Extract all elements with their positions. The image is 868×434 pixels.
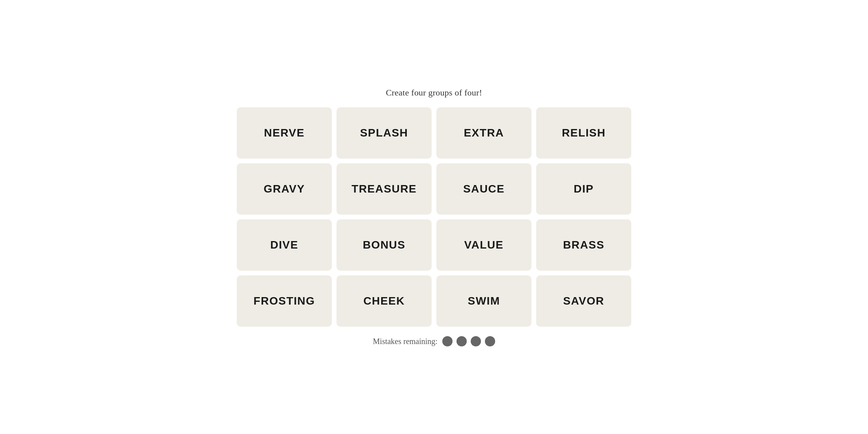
word-label-bonus: BONUS [363,239,405,251]
word-card-frosting[interactable]: FROSTING [237,275,332,327]
word-card-sauce[interactable]: SAUCE [436,163,531,215]
word-label-splash: SPLASH [360,127,408,139]
word-label-dip: DIP [574,183,594,195]
word-card-swim[interactable]: SWIM [436,275,531,327]
mistake-dot-2 [456,336,467,346]
word-card-savor[interactable]: SAVOR [536,275,631,327]
mistake-dot-3 [471,336,481,346]
word-label-brass: BRASS [563,239,604,251]
word-label-sauce: SAUCE [463,183,505,195]
word-card-splash[interactable]: SPLASH [337,107,432,159]
word-grid: NERVESPLASHEXTRARELISHGRAVYTREASURESAUCE… [237,107,631,327]
word-label-extra: EXTRA [464,127,504,139]
word-label-savor: SAVOR [563,295,604,307]
word-card-extra[interactable]: EXTRA [436,107,531,159]
word-card-value[interactable]: VALUE [436,219,531,271]
word-card-cheek[interactable]: CHEEK [337,275,432,327]
word-label-nerve: NERVE [264,127,305,139]
mistakes-dots [442,336,495,346]
word-label-dive: DIVE [270,239,298,251]
word-card-treasure[interactable]: TREASURE [337,163,432,215]
word-card-dive[interactable]: DIVE [237,219,332,271]
word-card-gravy[interactable]: GRAVY [237,163,332,215]
word-card-brass[interactable]: BRASS [536,219,631,271]
mistakes-row: Mistakes remaining: [373,336,495,346]
word-label-relish: RELISH [562,127,606,139]
word-card-bonus[interactable]: BONUS [337,219,432,271]
mistakes-label: Mistakes remaining: [373,337,438,346]
game-container: Create four groups of four! NERVESPLASHE… [237,88,631,346]
word-label-swim: SWIM [468,295,500,307]
word-label-treasure: TREASURE [352,183,417,195]
word-label-gravy: GRAVY [264,183,305,195]
word-card-dip[interactable]: DIP [536,163,631,215]
word-label-cheek: CHEEK [363,295,405,307]
word-label-value: VALUE [464,239,504,251]
game-subtitle: Create four groups of four! [386,88,482,98]
word-label-frosting: FROSTING [254,295,315,307]
word-card-relish[interactable]: RELISH [536,107,631,159]
mistake-dot-1 [442,336,453,346]
word-card-nerve[interactable]: NERVE [237,107,332,159]
mistake-dot-4 [485,336,495,346]
